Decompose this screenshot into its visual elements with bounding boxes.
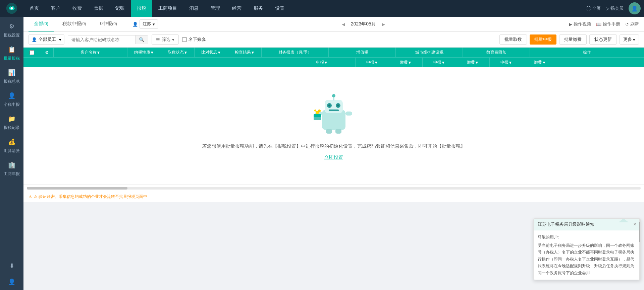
play-icon: ▶ — [569, 22, 572, 27]
nav-settings[interactable]: 设置 — [269, 0, 290, 17]
notification-scrollbar[interactable] — [639, 219, 640, 280]
setup-link[interactable]: 立即设置 — [324, 154, 343, 160]
nav-fee[interactable]: 收费 — [66, 0, 88, 17]
nav-message[interactable]: 消息 — [183, 0, 205, 17]
toolbar: 👤 全部员工 ▾ 🔍 ☰ 筛选 ▾ 名下账套 批量取数 批量申报 批量缴费 状态… — [23, 32, 644, 48]
member-icon: ▷ — [606, 6, 609, 11]
filter-city-pay-icon[interactable]: ▼ — [475, 60, 479, 65]
avatar[interactable]: 👤 — [629, 2, 641, 14]
filter-vat-pay-icon[interactable]: ▼ — [408, 60, 412, 65]
member-btn[interactable]: ▷ 畅会员 — [606, 5, 624, 11]
next-month-btn[interactable]: ▶ — [379, 20, 387, 28]
more-btn[interactable]: 更多 ▾ — [620, 34, 639, 45]
notification-scroll-thumb[interactable] — [639, 222, 640, 242]
logo[interactable] — [3, 0, 20, 17]
tab-zero-declare[interactable]: 0申报 (0) — [95, 17, 122, 31]
download-icon: ⬇ — [7, 261, 16, 271]
top-filter-section: 全部 (0) 税款申报 (0) 0申报 (0) 👤 江苏 ▾ ◀ — [23, 17, 644, 32]
nav-manage[interactable]: 管理 — [205, 0, 226, 17]
filter-city-declare-icon[interactable]: ▼ — [441, 60, 445, 65]
employee-selector[interactable]: 👤 全部员工 ▾ — [29, 34, 64, 45]
filter-financial-declare-icon[interactable]: ▼ — [324, 60, 328, 65]
prev-month-btn[interactable]: ◀ — [339, 20, 347, 28]
th-check-result: 检查结果 ▼ — [228, 48, 262, 57]
sidebar-item-tax-overview[interactable]: 📊 报税总览 — [0, 65, 23, 88]
notification-greeting: 尊敬的用户: — [538, 234, 636, 240]
th-vat-pay: 缴费 ▼ — [389, 58, 423, 67]
toolbar-right: 批量取数 批量申报 批量缴费 状态更新 更多 ▾ — [499, 34, 639, 45]
filter-vat-declare-icon[interactable]: ▼ — [374, 60, 378, 65]
filter-edu-declare-icon[interactable]: ▼ — [508, 60, 513, 65]
svg-point-17 — [332, 94, 335, 97]
batch-declare-btn[interactable]: 批量申报 — [530, 34, 556, 45]
subaccount-checkbox-label[interactable]: 名下账套 — [182, 37, 206, 43]
svg-rect-10 — [345, 112, 352, 116]
individual-tax-icon: 👤 — [7, 91, 16, 100]
table-header-row1: ⚙ 客户名称 ▼ 纳税性质 ▼ 取数状态 ▼ 比对状态 ▼ — [23, 48, 644, 58]
top-right-actions: ⛶ 全屏 ▷ 畅会员 👤 — [586, 2, 641, 14]
filter-fetch-status-icon[interactable]: ▼ — [184, 50, 188, 55]
close-btn[interactable]: × — [633, 222, 636, 227]
nav-tax[interactable]: 报税 — [131, 0, 152, 17]
nav-customer[interactable]: 客户 — [45, 0, 66, 17]
scroll-track[interactable] — [27, 187, 641, 190]
sidebar-item-individual-tax[interactable]: 👤 个税申报 — [0, 88, 23, 111]
filter-edu-pay-icon[interactable]: ▼ — [542, 60, 546, 65]
th-edu-pay: 缴费 ▼ — [523, 58, 557, 67]
th-edu-declare: 申报 ▼ — [490, 58, 523, 67]
sidebar-item-annual-report[interactable]: 🏢 工商年报 — [0, 157, 23, 180]
video-link[interactable]: ▶ 操作视频 — [569, 21, 591, 27]
select-all-checkbox[interactable] — [30, 50, 34, 55]
chevron-down-icon: ▾ — [153, 22, 155, 27]
th-settings[interactable]: ⚙ — [40, 48, 54, 57]
svg-point-1 — [10, 7, 13, 9]
subaccount-checkbox[interactable] — [182, 37, 187, 42]
search-button[interactable]: 🔍 — [135, 35, 148, 44]
tab-all[interactable]: 全部 (0) — [29, 17, 54, 31]
province-selector[interactable]: 江苏 ▾ — [140, 19, 158, 29]
filter-btn[interactable]: ☰ 筛选 ▾ — [152, 34, 179, 45]
search-area: 🔍 — [68, 35, 148, 44]
filter-compare-status-icon[interactable]: ▼ — [217, 50, 221, 55]
current-date: 2023年05月 — [351, 21, 376, 27]
sidebar-user[interactable]: 👤 — [0, 274, 23, 290]
batch-fetch-btn[interactable]: 批量取数 — [499, 34, 527, 45]
sidebar-item-settlement[interactable]: 💰 汇算清缴 — [0, 134, 23, 157]
sidebar-download[interactable]: ⬇ — [0, 258, 23, 274]
nav-bizproject[interactable]: 工商项目 — [152, 0, 183, 17]
status-update-btn[interactable]: 状态更新 — [589, 34, 617, 45]
th-checkbox[interactable] — [23, 48, 40, 57]
notification-title: 江苏电子税务局升级影响通知 — [538, 221, 594, 227]
fullscreen-btn[interactable]: ⛶ 全屏 — [586, 5, 601, 11]
sidebar-item-batch-tax[interactable]: 📋 批量报税 — [0, 42, 23, 65]
nav-home[interactable]: 首页 — [23, 0, 45, 17]
tax-records-icon: 📁 — [7, 114, 16, 124]
filter-check-result-icon[interactable]: ▼ — [251, 50, 255, 55]
th-fetch-status: 取数状态 ▼ — [161, 48, 195, 57]
manual-link[interactable]: 📖 操作手册 — [596, 21, 620, 27]
tab-row: 全部 (0) 税款申报 (0) 0申报 (0) 👤 江苏 ▾ ◀ — [23, 17, 644, 31]
scroll-thumb[interactable] — [27, 187, 127, 190]
warning-text: ⚠ ⚠ 验证账密、采集信息均成功的企业才会流转至批量报税页面中 — [29, 194, 147, 200]
person-icon: 👤 — [32, 37, 37, 42]
dropdown-icon: ▾ — [59, 37, 61, 42]
nav-invoice[interactable]: 票据 — [88, 0, 109, 17]
batch-tax-icon: 📋 — [7, 45, 16, 54]
nav-operation[interactable]: 经营 — [226, 0, 248, 17]
nav-bookkeeping[interactable]: 记账 — [109, 0, 131, 17]
svg-rect-12 — [314, 114, 321, 117]
sidebar-item-tax-records[interactable]: 📁 报税记录 — [0, 111, 23, 134]
batch-pay-btn[interactable]: 批量缴费 — [559, 34, 587, 45]
nav-service[interactable]: 服务 — [248, 0, 269, 17]
svg-point-15 — [314, 110, 316, 112]
sidebar-item-tax-settings[interactable]: ⚙ 报税设置 — [0, 18, 23, 42]
th-vat: 增值税 — [329, 48, 396, 57]
warning-icon: ⚠ — [29, 195, 32, 199]
table-header: ⚙ 客户名称 ▼ 纳税性质 ▼ 取数状态 ▼ 比对状态 ▼ — [23, 48, 644, 67]
svg-point-6 — [328, 104, 330, 106]
tab-tax-declare[interactable]: 税款申报 (0) — [57, 17, 92, 31]
search-input[interactable] — [68, 35, 135, 44]
filter-tax-nature-icon[interactable]: ▼ — [150, 50, 154, 55]
refresh-link[interactable]: ↺ 刷新 — [625, 21, 639, 27]
filter-customer-icon[interactable]: ▼ — [97, 50, 101, 55]
